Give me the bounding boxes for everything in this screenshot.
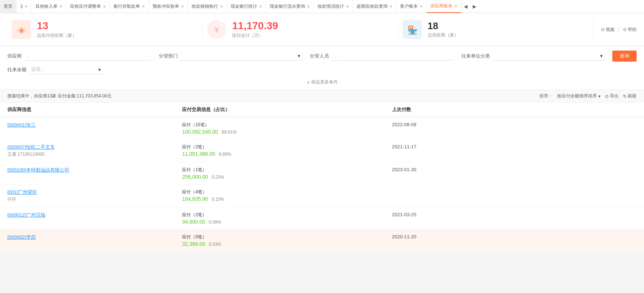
filter-person: 分管人员 [310, 52, 454, 61]
nav-tab-ap-adjust[interactable]: 应收应付调整单 ✕ [66, 0, 110, 13]
results-bar: 搜索结果中，供应商13家 应付金额 111,703,854.00元 排序： 按应… [0, 90, 644, 103]
lastpay-col-1: 2022-08-08 [392, 122, 532, 127]
sort-select[interactable]: 按应付余额倒序排序 ▾ [557, 93, 601, 99]
nav-tab-customer-account[interactable]: 客户账本 ✕ [396, 0, 427, 13]
close-icon[interactable]: ✕ [307, 4, 310, 8]
close-icon[interactable]: ✕ [220, 4, 223, 8]
query-button[interactable]: 查询 [612, 51, 637, 62]
supplier-link-2[interactable]: [000007]恒旺二手叉车 [7, 144, 55, 150]
nav-tab-collect-stat[interactable]: 收款情况统计 ✕ [314, 0, 353, 13]
supplier-link-5[interactable]: [000012]广州贝瑞 [7, 212, 45, 218]
nav-tab-home[interactable]: 首页 [0, 0, 17, 13]
category-select[interactable]: ▾ [492, 52, 605, 61]
nav-prev-button[interactable]: ◀ [461, 0, 470, 13]
nav-tab-supplier-account[interactable]: 供应商账本 ✕ [427, 0, 461, 13]
supplier-col-2: [000007]恒旺二手叉车 王通 17106110000 [7, 144, 182, 158]
total-suppliers-label: 总供应商（家） [428, 32, 459, 38]
top-navigation: 首页 3 ✕ 其他收入单 ✕ 应收应付调整单 ✕ 银行存取款单 ✕ 预收冲应收单… [0, 0, 644, 13]
close-icon[interactable]: ✕ [142, 4, 145, 8]
supplier-col-4: [001]广州荣轩 仔仔 [7, 189, 182, 203]
nav-tab-advance-collect[interactable]: 预收冲应收单 ✕ [149, 0, 188, 13]
supplier-input[interactable] [24, 52, 151, 61]
dept-select[interactable]: ▾ [180, 52, 303, 61]
refresh-button[interactable]: ↻ 刷新 [623, 93, 637, 99]
nav-tab-bank-deposit[interactable]: 银行存取款单 ✕ [110, 0, 149, 13]
total-supplier-icon: 🏪 [402, 19, 423, 40]
video-icon: ⊙ [601, 27, 605, 32]
nav-tab-cash-bank-flow[interactable]: 现金银行流水查询 ✕ [266, 0, 314, 13]
header-transaction-info: 应付交易信息（占比） [182, 106, 392, 113]
filter-dept: 分管部门 ▾ [159, 52, 303, 61]
transaction-col-6: 应付（5笔） 32,366.00 0.03% [182, 234, 392, 247]
nav-tab-overdue-query[interactable]: 超期应收款查询 ✕ [353, 0, 396, 13]
close-icon[interactable]: ✕ [59, 4, 62, 8]
transaction-col-1: 应付（15笔） 100,092,540.00 89.61% [182, 122, 392, 135]
table-row: [001]广州荣轩 仔仔 应付（4笔） 164,635.90 0.15% [0, 185, 644, 207]
export-icon: ⊙ [605, 94, 609, 99]
table-row: [000100]本特勤油品有限公司 应付（1笔） 258,000.00 0.23… [0, 162, 644, 185]
stat-payable-total: ¥ 11,170.39 应付合计（万） [203, 18, 398, 41]
balance-select[interactable]: 选项... ▾ [29, 65, 103, 75]
person-label: 分管人员 [310, 53, 329, 59]
supplier-label: 供应商 [7, 53, 22, 59]
close-icon[interactable]: ✕ [103, 4, 106, 8]
supplier-link-4[interactable]: [001]广州荣轩 [7, 189, 37, 195]
nav-tab-3[interactable]: 3 ✕ [17, 0, 32, 13]
supplier-link-3[interactable]: [000100]本特勤油品有限公司 [7, 167, 69, 173]
filter-supplier: 供应商 [7, 52, 151, 61]
close-icon[interactable]: ✕ [389, 4, 392, 8]
stat-total-suppliers: 🏪 18 总供应商（家） [398, 18, 594, 41]
chevron-up-icon: ∧ [307, 80, 310, 85]
results-summary: 搜索结果中，供应商13家 应付金额 111,703,854.00元 [7, 93, 112, 99]
video-link[interactable]: ⊙ 视频 [601, 27, 615, 33]
balance-label: 往来余额 [7, 66, 27, 73]
stat-total-suppliers-info: 18 总供应商（家） [428, 21, 459, 38]
supplier-sub-2: 王通 17106110000 [7, 151, 182, 158]
refresh-icon: ↻ [623, 94, 627, 99]
supplier-link-6[interactable]: [000002]李四 [7, 234, 36, 240]
header-supplier-info: 供应商信息 [7, 106, 182, 113]
filter-area: 供应商 分管部门 ▾ 分管人员 往来单位分类 ▾ 查询 往来余额 选项 [0, 46, 644, 90]
help-link[interactable]: ⊙ 帮助 [623, 27, 637, 33]
nav-next-button[interactable]: ▶ [470, 0, 479, 13]
table-row: [000002]李四 应付（5笔） 32,366.00 0.03% 2020-1… [0, 230, 644, 252]
transaction-col-4: 应付（4笔） 164,635.90 0.15% [182, 189, 392, 202]
export-button[interactable]: ⊙ 导出 [605, 93, 619, 99]
transaction-col-5: 应付（2笔） 94,600.00 0.08% [182, 212, 392, 225]
supplier-col-1: [000001]张三 [7, 122, 182, 128]
data-table: 供应商信息 应付交易信息（占比） 上次付数 [000001]张三 应付（15笔）… [0, 103, 644, 252]
nav-tab-other-income[interactable]: 其他收入单 ✕ [32, 0, 66, 13]
filter-category: 往来单位分类 ▾ [461, 52, 605, 61]
table-row: [000007]恒旺二手叉车 王通 17106110000 应付（2笔） 11,… [0, 139, 644, 162]
balance-dropdown-icon: ▾ [98, 67, 101, 72]
table-row: [000001]张三 应付（15笔） 100,092,540.00 89.61%… [0, 117, 644, 139]
supplier-col-5: [000012]广州贝瑞 [7, 212, 182, 218]
sort-dropdown-icon: ▾ [598, 94, 601, 99]
supplier-col-3: [000100]本特勤油品有限公司 [7, 167, 182, 173]
supplier-link-1[interactable]: [000001]张三 [7, 122, 36, 128]
top-right-links: ⊙ 视频 | ⊙ 帮助 [594, 27, 637, 33]
table-header: 供应商信息 应付交易信息（占比） 上次付数 [0, 103, 644, 117]
close-icon[interactable]: ✕ [181, 4, 184, 8]
total-suppliers-number: 18 [428, 21, 459, 31]
supplier-sub-4: 仔仔 [7, 196, 182, 203]
collapse-button[interactable]: ∧ 收起更多条件 [307, 79, 338, 85]
nav-tab-cash-bank-stat[interactable]: 现金银行统计 ✕ [227, 0, 266, 13]
close-icon[interactable]: ✕ [454, 4, 457, 8]
header-last-payment: 上次付数 [392, 106, 532, 113]
close-icon[interactable]: ✕ [25, 4, 28, 8]
svg-text:◈: ◈ [18, 25, 25, 35]
payable-total-icon: ¥ [206, 19, 227, 40]
dept-label: 分管部门 [159, 53, 178, 59]
nav-tab-collect-verify[interactable]: 收款核销执行 ✕ [188, 0, 227, 13]
close-icon[interactable]: ✕ [346, 4, 349, 8]
transaction-col-3: 应付（1笔） 258,000.00 0.23% [182, 167, 392, 180]
person-input[interactable] [331, 52, 454, 61]
stat-payable-suppliers: ◈ 13 总应付供应商（家） [7, 18, 203, 41]
payable-total-label: 应付合计（万） [232, 32, 278, 39]
svg-text:🏪: 🏪 [407, 25, 417, 35]
supplier-col-6: [000002]李四 [7, 234, 182, 241]
collapse-row: ∧ 收起更多条件 [7, 77, 637, 87]
close-icon[interactable]: ✕ [420, 4, 423, 8]
close-icon[interactable]: ✕ [259, 4, 262, 8]
